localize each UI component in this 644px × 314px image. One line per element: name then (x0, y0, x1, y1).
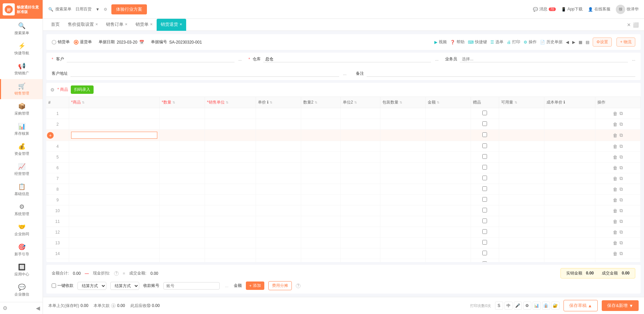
tab-sales[interactable]: 销货单 ✕ (131, 19, 157, 31)
unit-cell[interactable] (205, 119, 256, 130)
calendar-icon[interactable]: 📅 (139, 40, 144, 45)
delete-row-btn[interactable]: 🗑 (613, 208, 618, 213)
sidebar-item-finance[interactable]: 💰 资金管理 (0, 139, 43, 160)
copy-row-btn[interactable]: ⧉ (620, 176, 623, 181)
tab-price-settings-close[interactable]: ✕ (95, 22, 98, 26)
copy-row-btn[interactable]: ⧉ (620, 186, 623, 192)
one-click-pay-input[interactable] (52, 284, 56, 288)
copy-row-btn[interactable]: ⧉ (620, 143, 623, 149)
gift-checkbox[interactable] (482, 165, 487, 170)
price-cell[interactable] (256, 108, 301, 119)
history-btn[interactable]: 📄 历史单据 (540, 39, 562, 45)
promo-btn[interactable]: 体验行业方案 (111, 4, 147, 14)
address-input[interactable] (70, 70, 339, 77)
sidebar-item-marketing[interactable]: 📢 营销推广 (0, 59, 43, 79)
goods-input-active[interactable] (71, 132, 157, 139)
delete-row-btn[interactable]: 🗑 (613, 186, 618, 192)
copy-row-btn[interactable]: ⧉ (620, 165, 623, 171)
gift-checkbox[interactable] (482, 240, 487, 245)
gift-checkbox[interactable] (482, 229, 487, 234)
cost-price-cell[interactable] (544, 130, 595, 141)
delete-row-btn[interactable]: 🗑 (613, 132, 618, 138)
qty2-cell[interactable] (301, 108, 340, 119)
goods-cell[interactable] (69, 108, 159, 119)
settlement-select[interactable]: 结算方式 (77, 282, 106, 290)
toolbar-icon-6[interactable]: 👔 (542, 302, 550, 310)
sidebar-item-system[interactable]: ⚙ 系统管理 (0, 200, 43, 220)
sort-unit2-icon[interactable]: ⇅ (354, 101, 357, 104)
amount-cell[interactable] (425, 108, 471, 119)
tab-price-settings[interactable]: 售价提取设置 ✕ (64, 19, 102, 31)
unit2-cell[interactable] (340, 108, 380, 119)
cost-price-cell[interactable] (544, 119, 595, 130)
qty-cell[interactable] (159, 119, 205, 130)
copy-row-btn[interactable]: ⧉ (620, 229, 623, 235)
sidebar-item-inventory[interactable]: 📊 库存核算 (0, 119, 43, 139)
copy-row-btn[interactable]: ⧉ (620, 208, 623, 213)
price-cell[interactable] (256, 130, 301, 141)
toolbar-icon-2[interactable]: 中 (504, 302, 513, 310)
gift-checkbox[interactable] (482, 218, 487, 223)
debt-help-icon[interactable]: ① (111, 303, 116, 308)
sort-pack-icon[interactable]: ⇅ (399, 101, 402, 104)
sort-goods-icon[interactable]: ⇅ (82, 101, 85, 104)
amount-cell[interactable] (425, 130, 471, 141)
delete-row-btn[interactable]: 🗑 (613, 176, 618, 181)
toolbar-icon-5[interactable]: 📊 (533, 302, 541, 310)
available-cell[interactable] (499, 108, 544, 119)
settings-btn[interactable]: ⚙设置 (593, 38, 612, 47)
gift-checkbox[interactable] (482, 154, 487, 159)
copy-row-btn[interactable]: ⧉ (620, 154, 623, 160)
next-btn[interactable]: ▶ (572, 40, 575, 45)
sidebar-item-search[interactable]: 🔍 搜索菜单 (0, 19, 43, 39)
warehouse-dots[interactable]: ... (435, 57, 438, 62)
copy-row-btn[interactable]: ⧉ (620, 121, 623, 127)
delete-row-btn[interactable]: 🗑 (613, 240, 618, 246)
tab-sales-close[interactable]: ✕ (150, 22, 153, 26)
app-download-btn[interactable]: 📱 App下载 (561, 6, 583, 12)
delete-row-btn[interactable]: 🗑 (613, 218, 618, 224)
sort-price-icon[interactable]: ⇅ (270, 101, 272, 104)
gift-checkbox[interactable] (482, 121, 487, 126)
copy-row-btn[interactable]: ⧉ (620, 240, 623, 246)
gift-checkbox[interactable] (482, 251, 487, 255)
address-dots[interactable]: ... (343, 71, 346, 76)
cost-price-cell[interactable] (544, 108, 595, 119)
copy-row-btn[interactable]: ⧉ (620, 218, 623, 224)
prev-btn[interactable]: ◀ (566, 40, 569, 45)
help-btn[interactable]: ❓ 帮助 (450, 39, 465, 45)
copy-row-btn[interactable]: ⧉ (620, 197, 623, 203)
pack-cell[interactable] (380, 119, 425, 130)
save-new-btn[interactable]: 保存&新增 ▼ (602, 300, 639, 311)
amount-cell[interactable] (425, 119, 471, 130)
gift-checkbox[interactable] (482, 197, 487, 202)
sort-amount-icon[interactable]: ⇅ (437, 101, 439, 104)
qty2-cell[interactable] (301, 130, 340, 141)
available-cell[interactable] (499, 119, 544, 130)
save-draft-btn[interactable]: 保存草稿 ▲ (564, 300, 598, 311)
qty-cell[interactable] (159, 130, 205, 141)
delete-row-btn[interactable]: 🗑 (613, 121, 618, 127)
unit2-cell[interactable] (340, 130, 380, 141)
daily-goods-nav[interactable]: 日用百货 ▼ (75, 6, 100, 12)
maximize-window-btn[interactable]: ⬜ (633, 22, 639, 27)
unit-cell[interactable] (205, 130, 256, 141)
split-help-icon[interactable]: ? (296, 284, 301, 288)
table-config-icon[interactable]: ⚙ (50, 87, 55, 92)
toolbar-icon-1[interactable]: S (495, 302, 503, 310)
sort-qty-icon[interactable]: ⇅ (172, 101, 175, 104)
sidebar-item-shortcut[interactable]: ⚡ 快捷导航 (0, 39, 43, 59)
gift-checkbox[interactable] (482, 208, 487, 212)
expense-split-btn[interactable]: 费用分摊 (268, 281, 292, 290)
add-row-btn[interactable]: + (47, 132, 54, 139)
add-payment-btn[interactable]: + 添加 (246, 281, 264, 290)
warehouse-input[interactable] (263, 56, 431, 62)
gift-checkbox[interactable] (482, 261, 487, 262)
customer-input[interactable] (67, 56, 234, 62)
operate-btn[interactable]: ⚙ 操作 (524, 39, 537, 45)
gift-checkbox[interactable] (482, 186, 487, 191)
qty-cell[interactable] (159, 108, 205, 119)
gift-checkbox[interactable] (482, 176, 487, 180)
unit2-cell[interactable] (340, 119, 380, 130)
salesperson-dots[interactable]: ... (632, 57, 635, 62)
